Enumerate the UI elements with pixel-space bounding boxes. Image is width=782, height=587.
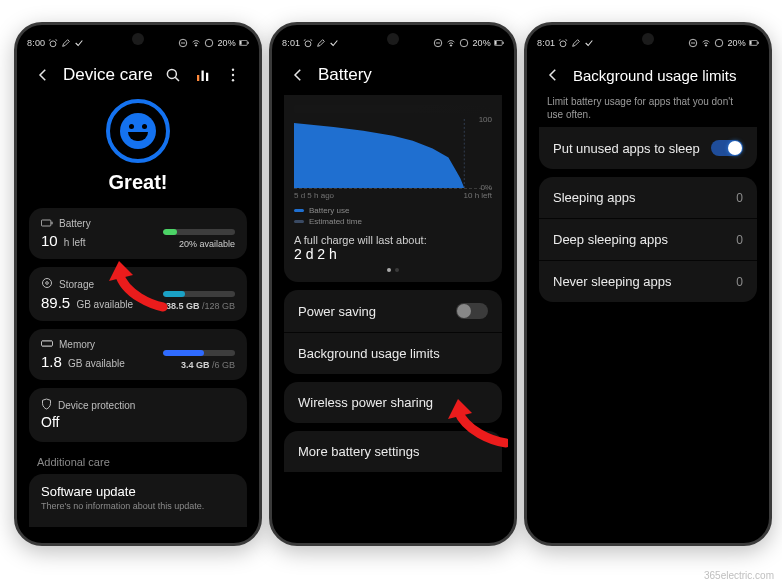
power-saving-row[interactable]: Power saving: [284, 290, 502, 332]
svg-point-13: [232, 79, 234, 81]
svg-rect-6: [240, 41, 242, 45]
memory-icon: [41, 339, 53, 350]
background-limits-row[interactable]: Background usage limits: [284, 333, 502, 374]
header: Device care: [23, 55, 253, 95]
dnd-icon: [433, 38, 443, 48]
deep-sleeping-row[interactable]: Deep sleeping apps 0: [539, 219, 757, 260]
summary-label: A full charge will last about:: [294, 234, 492, 246]
svg-point-27: [560, 41, 566, 47]
alarm-icon: [558, 38, 568, 48]
wireless-label: Wireless power sharing: [298, 395, 433, 410]
never-sleeping-label: Never sleeping apps: [553, 274, 672, 289]
memory-card[interactable]: Memory 1.8 GB available 3.4 GB /6 GB: [29, 329, 247, 380]
battery-pct-text: 20% available: [179, 239, 235, 249]
svg-rect-32: [758, 42, 759, 44]
data-icon: [204, 38, 214, 48]
summary-value: 2 d 2 h: [294, 246, 492, 262]
chart-icon[interactable]: [193, 65, 213, 85]
bg-limits-label: Background usage limits: [298, 346, 440, 361]
put-to-sleep-row[interactable]: Put unused apps to sleep: [539, 127, 757, 169]
never-sleeping-count: 0: [736, 275, 743, 289]
update-subtitle: There's no information about this update…: [41, 501, 235, 511]
wifi-icon: [446, 38, 456, 48]
header: Background usage limits: [533, 55, 763, 95]
back-button[interactable]: [288, 65, 308, 85]
page-title: Device care: [63, 65, 153, 85]
battery-chart-card[interactable]: 100 0% 5 d 5 h ago 10 h left Battery use…: [284, 95, 502, 282]
back-button[interactable]: [33, 65, 53, 85]
svg-point-22: [461, 39, 469, 47]
svg-point-21: [451, 45, 452, 46]
storage-label-text: Storage: [59, 279, 94, 290]
wifi-icon: [701, 38, 711, 48]
chart-x-left: 5 d 5 h ago: [294, 191, 334, 200]
more-label: More battery settings: [298, 444, 419, 459]
svg-rect-8: [197, 75, 199, 81]
data-icon: [714, 38, 724, 48]
phone-device-care: 8:00 20% Device care: [14, 22, 262, 546]
back-button[interactable]: [543, 65, 563, 85]
battery-icon: [749, 38, 759, 48]
alarm-icon: [303, 38, 313, 48]
svg-point-0: [50, 41, 56, 47]
additional-care-label: Additional care: [23, 450, 253, 470]
power-saving-toggle[interactable]: [456, 303, 488, 319]
sleeping-apps-row[interactable]: Sleeping apps 0: [539, 177, 757, 218]
battery-value: 10: [41, 232, 58, 249]
camera-notch: [642, 33, 654, 45]
phone-bg-limits: 8:01 20% Background usage limits Limit b…: [524, 22, 772, 546]
camera-notch: [387, 33, 399, 45]
check-icon: [584, 38, 594, 48]
svg-point-19: [305, 41, 311, 47]
svg-point-11: [232, 69, 234, 71]
svg-point-29: [706, 45, 707, 46]
svg-point-16: [43, 279, 52, 288]
put-to-sleep-toggle[interactable]: [711, 140, 743, 156]
svg-rect-15: [51, 222, 52, 225]
protection-card[interactable]: Device protection Off: [29, 388, 247, 442]
svg-point-30: [716, 39, 724, 47]
battery-icon: [494, 38, 504, 48]
data-icon: [459, 38, 469, 48]
svg-rect-14: [41, 220, 50, 226]
memory-bar-fill: [163, 350, 204, 356]
update-title: Software update: [41, 484, 235, 499]
truncated-line: [294, 105, 492, 113]
annotation-arrow: [444, 395, 508, 450]
svg-point-2: [196, 45, 197, 46]
camera-notch: [132, 33, 144, 45]
battery-pct-text: 20%: [472, 38, 491, 48]
battery-card[interactable]: Battery 10 h left 20% available: [29, 208, 247, 259]
clock-text: 8:00: [27, 38, 45, 48]
shield-icon: [41, 398, 52, 412]
clock-text: 8:01: [282, 38, 300, 48]
storage-value: 89.5: [41, 294, 70, 311]
search-button[interactable]: [163, 65, 183, 85]
check-icon: [329, 38, 339, 48]
more-button[interactable]: [223, 65, 243, 85]
phone-battery: 8:01 20% Battery 100: [269, 22, 517, 546]
sleeping-apps-label: Sleeping apps: [553, 190, 635, 205]
page-dots: [294, 268, 492, 272]
watermark-text: 365electric.com: [704, 570, 774, 581]
dnd-icon: [688, 38, 698, 48]
never-sleeping-row[interactable]: Never sleeping apps 0: [539, 261, 757, 302]
status-text: Great!: [109, 171, 168, 194]
svg-rect-25: [495, 41, 497, 45]
page-title: Background usage limits: [573, 67, 753, 84]
dnd-icon: [178, 38, 188, 48]
svg-rect-10: [206, 73, 208, 81]
status-indicator: Great!: [23, 99, 253, 194]
protection-label-text: Device protection: [58, 400, 135, 411]
battery-pct-text: 20%: [727, 38, 746, 48]
software-update-card[interactable]: Software update There's no information a…: [29, 474, 247, 527]
edit-icon: [571, 38, 581, 48]
storage-icon: [41, 277, 53, 291]
svg-point-12: [232, 74, 234, 76]
chart-x-right: 10 h left: [464, 191, 492, 200]
protection-value: Off: [41, 414, 235, 430]
chart-legend: Battery use Estimated time: [294, 206, 492, 226]
svg-point-7: [167, 69, 176, 78]
check-icon: [74, 38, 84, 48]
battery-chart: 100 0%: [294, 119, 492, 189]
